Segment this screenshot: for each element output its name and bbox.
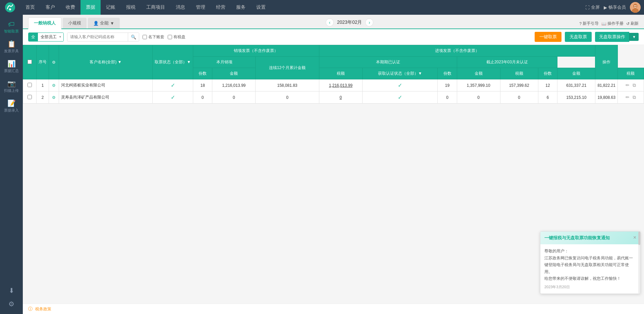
sidebar-item-scan[interactable]: 📷 扫描上传 — [1, 77, 21, 96]
search-input[interactable] — [67, 33, 128, 41]
table-group-header-row: 序号 ⚙ 客户名称(全部) ▼ 取票状态（全部）▼ 销项发票（不含作废票） 进项… — [23, 45, 644, 57]
row2-cert-count: 0 — [438, 91, 457, 104]
row1-edit-icon[interactable]: ✏ — [625, 82, 631, 88]
search-button[interactable]: 🔍 — [128, 33, 139, 41]
row1-copy-icon[interactable]: ⧉ — [632, 82, 637, 88]
notification-scrollbar-thumb[interactable] — [638, 232, 640, 245]
wupan-ops-arrow-btn[interactable]: ▼ — [629, 33, 639, 41]
nav-operation[interactable]: 经营 — [211, 0, 231, 15]
sidebar-item-summary[interactable]: 📊 票据汇总 — [1, 58, 21, 76]
row2-cumulative-link[interactable]: 0 — [339, 95, 342, 100]
row1-cumulative-link[interactable]: 1,216,013.99 — [329, 83, 353, 88]
guide-icon: ? — [579, 21, 582, 26]
row1-uncert-tax: 81,822.21 — [595, 79, 618, 91]
prev-month-btn[interactable]: ‹ — [326, 18, 334, 26]
row2-settings[interactable]: ⚙ — [49, 91, 59, 104]
row1-index: 1 — [37, 79, 49, 91]
col-uncert-count-header: 份数 — [538, 68, 557, 79]
notification-title: 一键报税与无盘取票功能恢复通知 — [544, 235, 633, 241]
row1-cert-amount: 1,357,999.10 — [457, 79, 500, 91]
col-sales-group-header: 销项发票（不含作废票） — [193, 45, 319, 57]
row2-copy-icon[interactable]: ⧉ — [632, 95, 637, 100]
wupan-ops-main-btn[interactable]: 无盘取票操作 — [595, 32, 629, 42]
row2-actions: ✏ ⧉ — [618, 91, 644, 104]
tax-policy-link[interactable]: 税务政策 — [35, 306, 51, 312]
nav-message[interactable]: 消息 — [170, 0, 191, 15]
wupan-btn[interactable]: 无盘取票 — [565, 32, 592, 42]
tab-general-label: 一般纳税人 — [34, 20, 56, 26]
nav-home[interactable]: 首页 — [20, 0, 40, 15]
manual-label: 操作手册 — [607, 21, 624, 26]
row1-settings[interactable]: ⚙ — [49, 79, 59, 91]
manual-btn[interactable]: 📖 操作手册 — [601, 21, 624, 26]
sidebar-item-smart-ticket[interactable]: 🏷 智能取票 — [1, 18, 21, 37]
refresh-icon: ↺ — [626, 21, 630, 26]
next-month-btn[interactable]: › — [365, 18, 373, 26]
sidebar-item-entry[interactable]: 📝 票据录入 — [1, 97, 21, 116]
row1-cumulative: 1,216,013.99 — [319, 79, 362, 91]
row1-uncert-amount: 631,337.21 — [557, 79, 595, 91]
row1-status: ✓ — [153, 79, 193, 91]
svg-point-6 — [636, 5, 637, 6]
nav-manage[interactable]: 管理 — [191, 0, 211, 15]
col-settings-header: ⚙ — [49, 45, 59, 79]
app-logo — [3, 1, 17, 14]
employee-selector[interactable]: 全 全部员工 — [28, 33, 64, 42]
col-ops-header: 操作 — [595, 45, 618, 79]
taxbox-checkbox[interactable] — [168, 35, 172, 39]
notification-popup: 一键报税与无盘取票功能恢复通知 × 尊敬的用户： 江苏政务网已恢复访问电子税务局… — [540, 231, 641, 294]
employee-dropdown[interactable]: 全部员工 — [38, 33, 63, 41]
nav-client[interactable]: 客户 — [40, 0, 60, 15]
xiadan-checkbox-label[interactable]: 名下账套 — [143, 34, 164, 40]
row2-checkbox[interactable] — [23, 91, 37, 104]
member-label: 畅享会员 — [608, 4, 626, 10]
row1-checkbox[interactable] — [23, 79, 37, 91]
avatar[interactable] — [630, 2, 641, 13]
row2-status-icon: ✓ — [171, 95, 175, 100]
search-wrapper: 🔍 — [67, 33, 139, 42]
tab-small-scale[interactable]: 小规模 — [63, 18, 87, 28]
select-all-checkbox[interactable] — [28, 60, 32, 64]
notification-close-btn[interactable]: × — [633, 235, 636, 240]
col-uncert-amount-header: 金额 — [557, 68, 595, 79]
sidebar-item-invoice-open[interactable]: 📋 发票开具 — [1, 38, 21, 56]
row2-sales-tax: 0 — [256, 91, 319, 104]
taxbox-checkbox-label[interactable]: 有税盘 — [168, 34, 185, 40]
nav-fee[interactable]: 收费 — [60, 0, 80, 15]
notification-scrollbar[interactable] — [638, 232, 640, 294]
sidebar-item-label-smart: 智能取票 — [4, 29, 19, 34]
yijian-btn[interactable]: 一键取票 — [535, 32, 561, 42]
row1-cert-status-icon: ✓ — [398, 82, 402, 88]
nav-invoice[interactable]: 票据 — [80, 0, 101, 15]
row1-actions: ✏ ⧉ — [618, 79, 644, 91]
row2-edit-icon[interactable]: ✏ — [625, 95, 631, 100]
col-sales-tax-header: 税额 — [319, 68, 362, 79]
nav-account[interactable]: 记账 — [101, 0, 121, 15]
nav-business[interactable]: 工商项目 — [141, 0, 170, 15]
top-right-tools: ⛶ 全屏 ▶ 畅享会员 — [585, 2, 641, 13]
fullscreen-btn[interactable]: ⛶ 全屏 — [585, 4, 600, 10]
nav-tax[interactable]: 报税 — [121, 0, 141, 15]
sidebar-item-label-scan: 扫描上传 — [4, 88, 19, 93]
fullscreen-icon: ⛶ — [585, 5, 590, 10]
row1-cert-tax: 157,399.62 — [500, 79, 538, 91]
sidebar-item-settings[interactable]: ⚙ — [1, 298, 21, 310]
scan-icon: 📷 — [7, 80, 16, 87]
guide-btn[interactable]: ? 新手引导 — [579, 21, 599, 26]
col-uncertified-header: 截止2023年03月未认证 — [457, 57, 557, 68]
notification-body: 尊敬的用户： 江苏政务网已恢复访问电子税务局功能，易代账一键登陆电子税务局与无盘… — [540, 244, 640, 294]
member-btn[interactable]: ▶ 畅享会员 — [604, 4, 626, 10]
tab-general-taxpayer[interactable]: 一般纳税人 — [28, 17, 61, 29]
col-purchase-group-header: 进项发票（不含作废票） — [319, 45, 595, 57]
top-navigation: 首页 客户 收费 票据 记账 报税 工商项目 消息 管理 经营 服务 设置 ⛶ … — [0, 0, 644, 15]
sidebar-item-download[interactable]: ⬇ — [1, 285, 21, 297]
refresh-btn[interactable]: ↺ 刷新 — [626, 21, 639, 26]
xiadan-checkbox[interactable] — [143, 35, 147, 39]
nav-settings[interactable]: 设置 — [251, 0, 271, 15]
tab-all[interactable]: 👤 全能 ▼ — [88, 18, 120, 28]
smart-ticket-icon: 🏷 — [8, 21, 15, 27]
col-cumulative-header: 连续12个月累计金额 — [256, 57, 319, 79]
entry-icon: 📝 — [7, 100, 16, 107]
manual-icon: 📖 — [601, 21, 606, 26]
nav-service[interactable]: 服务 — [231, 0, 251, 15]
